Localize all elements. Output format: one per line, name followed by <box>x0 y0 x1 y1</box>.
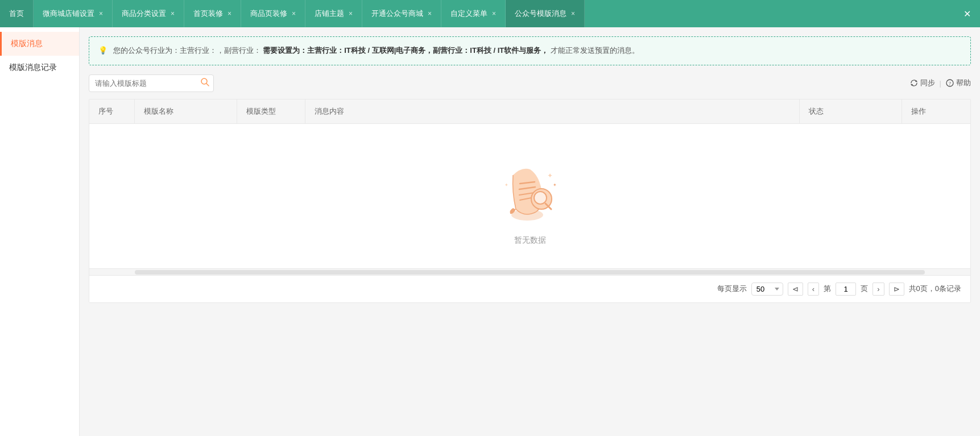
close-all-icon: ✕ <box>964 9 971 19</box>
tab-shop-theme-label: 店铺主题 <box>315 9 344 19</box>
help-icon: ? <box>946 79 954 87</box>
tab-open-wechat-mall-label: 开通公众号商城 <box>371 9 423 19</box>
page-unit: 页 <box>861 284 868 294</box>
tab-shop-settings-label: 微商城店铺设置 <box>43 9 94 19</box>
tab-shop-settings[interactable]: 微商城店铺设置 × <box>34 0 113 27</box>
tab-category-settings[interactable]: 商品分类设置 × <box>113 0 184 27</box>
notice-highlight: 需要设置为：主营行业：IT科技 / 互联网|电子商务，副营行业：IT科技 / I… <box>263 46 548 55</box>
tab-open-wechat-mall[interactable]: 开通公众号商城 × <box>362 0 441 27</box>
help-button[interactable]: ? 帮助 <box>946 78 971 88</box>
tab-homepage-decoration-label: 首页装修 <box>193 9 223 19</box>
top-nav: 首页 微商城店铺设置 × 商品分类设置 × 首页装修 × 商品页装修 × 店铺主… <box>0 0 980 27</box>
total-text: 共0页，0条记录 <box>909 284 961 294</box>
page-label: 第 <box>824 284 831 294</box>
svg-text:✦: ✦ <box>547 172 553 180</box>
tab-custom-menu-label: 自定义菜单 <box>450 9 487 19</box>
sidebar-item-template-message-log[interactable]: 模版消息记录 <box>0 56 79 80</box>
last-page-button[interactable]: ⊳ <box>889 283 904 296</box>
col-name: 模版名称 <box>135 99 237 123</box>
first-page-button[interactable]: ⊲ <box>788 283 803 296</box>
notice-text2: 才能正常发送预置的消息。 <box>551 46 639 55</box>
col-content: 消息内容 <box>305 99 800 123</box>
col-action: 操作 <box>902 99 970 123</box>
table-container: 序号 模版名称 模版类型 消息内容 状态 操作 <box>89 99 971 303</box>
next-page-button[interactable]: › <box>873 283 884 296</box>
page-size-select[interactable]: 10 20 50 100 <box>751 283 783 296</box>
tab-shop-theme[interactable]: 店铺主题 × <box>305 0 362 27</box>
empty-text: 暂无数据 <box>514 235 546 246</box>
empty-state-icon: ✦ ✦ ✦ <box>496 158 564 226</box>
close-icon[interactable]: × <box>428 10 432 18</box>
tab-category-settings-label: 商品分类设置 <box>122 9 166 19</box>
search-input-wrapper <box>89 74 214 92</box>
empty-state: ✦ ✦ ✦ 暂无数据 <box>89 124 970 268</box>
toolbar-divider: | <box>940 79 941 88</box>
main-content: 💡 您的公众号行业为：主营行业：，副营行业： 需要设置为：主营行业：IT科技 /… <box>80 27 980 436</box>
tab-product-decoration[interactable]: 商品页装修 × <box>241 0 305 27</box>
tab-custom-menu[interactable]: 自定义菜单 × <box>441 0 506 27</box>
tab-template-message-label: 公众号模版消息 <box>515 9 567 19</box>
col-index: 序号 <box>89 99 135 123</box>
sidebar-item-template-message[interactable]: 模版消息 <box>0 32 79 56</box>
svg-line-1 <box>206 84 209 86</box>
search-button[interactable] <box>201 78 209 88</box>
page-size-label: 每页显示 <box>717 284 747 294</box>
scrollbar-track <box>135 270 925 275</box>
col-type: 模版类型 <box>237 99 305 123</box>
main-layout: 模版消息 模版消息记录 💡 您的公众号行业为：主营行业：，副营行业： 需要设置为… <box>0 27 980 436</box>
col-status: 状态 <box>800 99 902 123</box>
sync-icon <box>910 79 918 87</box>
tab-home[interactable]: 首页 <box>0 0 34 27</box>
tab-product-decoration-label: 商品页装修 <box>250 9 287 19</box>
tab-home-label: 首页 <box>9 9 24 19</box>
sync-button[interactable]: 同步 <box>910 78 935 88</box>
help-label: 帮助 <box>956 78 971 88</box>
sidebar-item-template-message-label: 模版消息 <box>11 39 43 48</box>
table-header: 序号 模版名称 模版类型 消息内容 状态 操作 <box>89 99 970 124</box>
svg-text:?: ? <box>949 81 951 86</box>
search-bar: 同步 | ? 帮助 <box>89 74 971 92</box>
table-scrollbar[interactable] <box>89 268 970 275</box>
close-icon[interactable]: × <box>492 10 496 18</box>
notice-icon: 💡 <box>98 46 107 55</box>
close-icon[interactable]: × <box>99 10 103 18</box>
close-all-button[interactable]: ✕ <box>954 0 980 27</box>
tab-homepage-decoration[interactable]: 首页装修 × <box>184 0 241 27</box>
close-icon[interactable]: × <box>571 10 575 18</box>
sidebar-item-template-message-log-label: 模版消息记录 <box>9 63 57 72</box>
close-icon[interactable]: × <box>171 10 175 18</box>
svg-text:✦: ✦ <box>553 182 557 188</box>
notice-banner: 💡 您的公众号行业为：主营行业：，副营行业： 需要设置为：主营行业：IT科技 /… <box>89 36 971 65</box>
page-input[interactable] <box>836 283 856 296</box>
pagination: 每页显示 10 20 50 100 ⊲ ‹ 第 页 › ⊳ 共0页，0条记录 <box>89 275 970 302</box>
toolbar-right: 同步 | ? 帮助 <box>910 78 971 88</box>
close-icon[interactable]: × <box>228 10 231 18</box>
search-input[interactable] <box>89 74 214 92</box>
search-icon <box>201 78 209 86</box>
close-icon[interactable]: × <box>349 10 353 18</box>
sidebar: 模版消息 模版消息记录 <box>0 27 80 436</box>
prev-page-button[interactable]: ‹ <box>808 283 819 296</box>
notice-text1: 您的公众号行业为：主营行业：，副营行业： <box>113 46 261 55</box>
svg-point-12 <box>534 192 547 204</box>
svg-text:✦: ✦ <box>505 182 508 188</box>
sync-label: 同步 <box>920 78 935 88</box>
close-icon[interactable]: × <box>292 10 296 18</box>
tab-template-message[interactable]: 公众号模版消息 × <box>506 0 585 27</box>
